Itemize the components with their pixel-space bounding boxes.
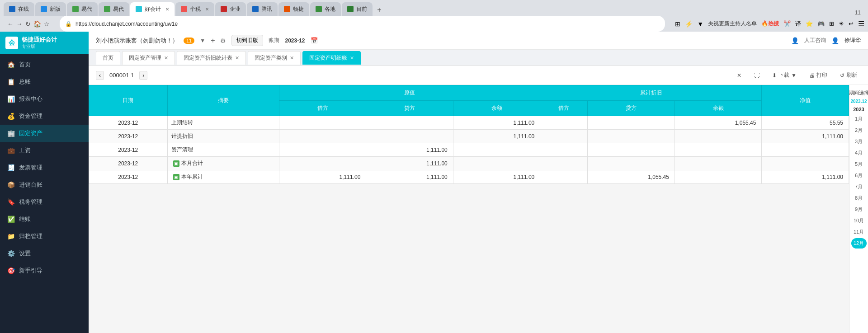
- browser-tab-t5[interactable]: 好会计✕: [130, 2, 175, 16]
- sidebar: 会 畅捷通好会计 专业版 🏠首页📋总账📊报表中心💰资金管理🏢固定资产💼工资🧾发票…: [0, 32, 89, 333]
- bookmark-button[interactable]: ☆: [44, 20, 50, 28]
- sidebar-item-资金管理[interactable]: 💰资金管理: [0, 108, 89, 125]
- url-display[interactable]: https://cloud.chanjet.com/accounting/uw1…: [75, 21, 178, 27]
- period-month-item[interactable]: 5月: [851, 159, 867, 169]
- star-icon[interactable]: ⭐: [806, 20, 813, 27]
- browser-tab-t11[interactable]: 目前: [342, 2, 373, 16]
- cut-icon[interactable]: ✂️: [783, 20, 791, 27]
- calendar-icon[interactable]: 📅: [311, 37, 318, 44]
- page-tab-close-icon[interactable]: ✕: [235, 55, 239, 61]
- page-tab-close-icon[interactable]: ✕: [350, 55, 354, 61]
- period-month-item[interactable]: 4月: [851, 148, 867, 158]
- sidebar-item-发票管理[interactable]: 🧾发票管理: [0, 159, 89, 176]
- period-month-item[interactable]: 12月: [851, 238, 867, 249]
- sidebar-item-进销台账[interactable]: 📦进销台账: [0, 176, 89, 193]
- browser-tab-t2[interactable]: 新版: [35, 2, 66, 16]
- sidebar-item-设置[interactable]: ⚙️设置: [0, 245, 89, 262]
- close-panel-btn[interactable]: ✕: [733, 70, 745, 80]
- page-tab-固定资产管理[interactable]: 固定资产管理 ✕: [122, 51, 175, 65]
- table-cell: [279, 143, 366, 157]
- period-month-item[interactable]: 1月: [851, 114, 867, 124]
- sidebar-item-工资[interactable]: 💼工资: [0, 142, 89, 159]
- page-tab-固定资产折旧统计表[interactable]: 固定资产折旧统计表 ✕: [177, 51, 246, 65]
- sidebar-item-结账[interactable]: ✅结账: [0, 211, 89, 228]
- table-cell: [279, 157, 366, 170]
- period-month-item[interactable]: 7月: [851, 182, 867, 192]
- download-btn[interactable]: ⬇ 下载 ▼: [769, 70, 800, 81]
- browser-tab-t3[interactable]: 易代: [67, 2, 98, 16]
- period-month-item[interactable]: 8月: [851, 193, 867, 203]
- browser-tab-t4[interactable]: 易代: [99, 2, 129, 16]
- sidebar-item-icon: 💼: [7, 147, 14, 154]
- grid-icon[interactable]: ⊞: [829, 20, 834, 27]
- tab-favicon: [104, 6, 110, 12]
- sidebar-item-归档管理[interactable]: 📁归档管理: [0, 228, 89, 245]
- sidebar-item-报表中心[interactable]: 📊报表中心: [0, 90, 89, 108]
- hot-search-icon[interactable]: 🔥热搜: [761, 20, 779, 28]
- browser-tab-t8[interactable]: 腾讯: [247, 2, 278, 16]
- dropdown-icon[interactable]: ▼: [697, 20, 703, 28]
- switch-version-btn[interactable]: 切到旧版: [231, 35, 263, 46]
- undo-icon[interactable]: ↩: [849, 20, 854, 27]
- browser-tab-t7[interactable]: 企业: [215, 2, 246, 16]
- period-month-item[interactable]: 10月: [851, 216, 867, 226]
- period-month-item[interactable]: 11月: [851, 227, 867, 237]
- forward-button[interactable]: →: [16, 20, 23, 28]
- page-tab-固定资产明细账[interactable]: 固定资产明细账 ✕: [302, 51, 361, 65]
- table-cell: [540, 130, 588, 143]
- sidebar-item-label: 发票管理: [19, 164, 42, 172]
- page-tab-固定资产类别[interactable]: 固定资产类别 ✕: [248, 51, 301, 65]
- print-btn[interactable]: 🖨 打印: [806, 70, 831, 81]
- table-cell: 计提折旧: [167, 130, 279, 143]
- back-button[interactable]: ←: [7, 20, 14, 28]
- home-button[interactable]: 🏠: [33, 20, 41, 28]
- add-entry-btn[interactable]: +: [211, 37, 215, 45]
- sidebar-item-税务管理[interactable]: 🔖税务管理: [0, 193, 89, 211]
- translate-icon[interactable]: 译: [795, 20, 801, 28]
- sidebar-item-icon: 📁: [7, 233, 14, 240]
- table-cell: [588, 157, 675, 170]
- period-month-item[interactable]: 2月: [851, 125, 867, 136]
- search-hot-label: 央视更新主持人名单: [708, 20, 757, 28]
- page-tab-close-icon[interactable]: ✕: [164, 55, 168, 61]
- page-tab-close-icon[interactable]: ✕: [290, 55, 294, 61]
- browser-tab-t9[interactable]: 畅捷: [278, 2, 309, 16]
- expand-btn[interactable]: ⛶: [750, 70, 763, 80]
- sidebar-item-新手引导[interactable]: 🎯新手引导: [0, 262, 89, 279]
- sidebar-item-label: 报表中心: [19, 95, 42, 103]
- game-icon[interactable]: 🎮: [817, 20, 825, 27]
- period-month-item[interactable]: 3月: [851, 136, 867, 147]
- browser-tab-t1[interactable]: 在线: [4, 2, 34, 16]
- settings-cog-icon[interactable]: ⚙: [220, 37, 226, 44]
- page-tab-首页[interactable]: 首页: [96, 51, 120, 65]
- tab-favicon: [136, 6, 142, 12]
- reload-button[interactable]: ↻: [25, 20, 31, 28]
- sidebar-item-首页[interactable]: 🏠首页: [0, 56, 89, 73]
- sidebar-item-icon: 🧾: [7, 164, 14, 171]
- dropdown-arrow[interactable]: ▼: [200, 38, 205, 44]
- summary-icon: ▣: [173, 160, 179, 167]
- prev-page-btn[interactable]: ‹: [96, 71, 104, 80]
- browser-tab-t10[interactable]: 各地: [310, 2, 341, 16]
- browser-tab-t6[interactable]: 个税✕: [175, 2, 214, 16]
- period-month-item[interactable]: 6月: [851, 170, 867, 181]
- tab-close-icon[interactable]: ✕: [165, 7, 169, 12]
- refresh-btn[interactable]: ↺ 刷新: [836, 70, 861, 81]
- consulting-btn[interactable]: 人工咨询: [804, 37, 826, 44]
- sidebar-item-label: 税务管理: [19, 198, 42, 206]
- new-tab-button[interactable]: +: [373, 4, 385, 16]
- tab-close-icon[interactable]: ✕: [205, 7, 209, 12]
- extensions-icon[interactable]: ⊞: [675, 20, 680, 28]
- thunder-icon[interactable]: ⚡: [685, 20, 693, 28]
- sidebar-item-label: 新手引导: [19, 267, 42, 275]
- menu-icon[interactable]: ☰: [858, 19, 864, 28]
- table-wrapper: 日期 摘要 原值 累计折旧 净值 借方 贷方 余额 借方 贷方 余额: [89, 85, 868, 333]
- tab-label: 各地: [325, 5, 335, 13]
- table-scroll-area[interactable]: 日期 摘要 原值 累计折旧 净值 借方 贷方 余额 借方 贷方 余额: [89, 85, 849, 333]
- brightness-icon[interactable]: ☀: [839, 20, 844, 27]
- sidebar-item-总账[interactable]: 📋总账: [0, 73, 89, 90]
- period-month-item[interactable]: 9月: [851, 204, 867, 215]
- right-panel: 期间选择 2023.12 20231月2月3月4月5月6月7月8月9月10月11…: [849, 85, 868, 333]
- next-page-btn[interactable]: ›: [139, 71, 147, 80]
- sidebar-item-固定资产[interactable]: 🏢固定资产: [0, 125, 89, 142]
